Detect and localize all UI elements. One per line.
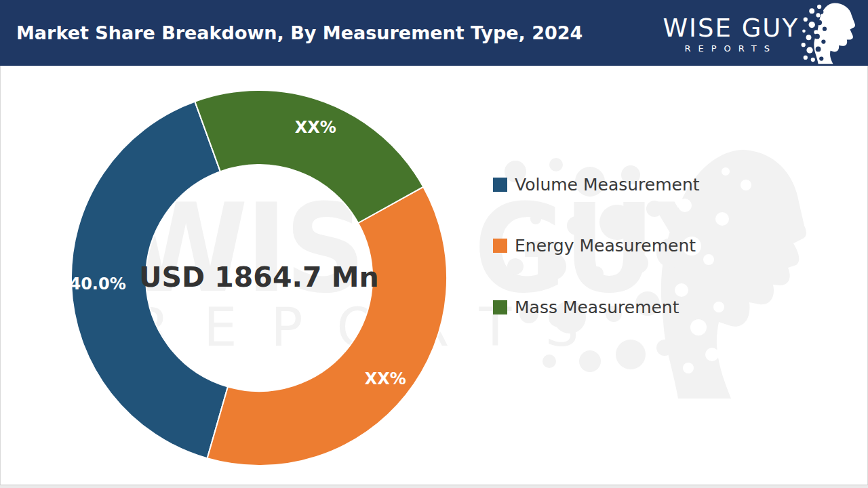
donut-center-value: USD 1864.7 Mn bbox=[123, 264, 395, 291]
slice-label-2: XX% bbox=[295, 118, 336, 137]
donut-slice-1 bbox=[208, 187, 447, 466]
page-border-left bbox=[0, 66, 1, 488]
logo-wordmark: WISE GUY bbox=[663, 14, 799, 43]
logo-subtitle: REPORTS bbox=[663, 43, 799, 54]
legend-label: Volume Measurement bbox=[515, 175, 700, 195]
header-bar: Market Share Breakdown, By Measurement T… bbox=[0, 0, 868, 66]
wise-guy-reports-logo: WISE GUY REPORTS bbox=[663, 3, 859, 64]
legend-swatch-volume bbox=[493, 178, 507, 192]
donut-slice-2 bbox=[195, 90, 423, 223]
logo-text: WISE GUY REPORTS bbox=[663, 14, 799, 54]
legend-label: Energy Measurement bbox=[515, 236, 696, 256]
slice-label-1: XX% bbox=[365, 369, 406, 388]
legend-label: Mass Measurement bbox=[515, 298, 679, 317]
legend-item-energy-measurement: Energy Measurement bbox=[493, 236, 696, 256]
page-bottom-strip bbox=[0, 485, 868, 488]
legend-item-mass-measurement: Mass Measurement bbox=[493, 298, 679, 317]
legend-swatch-mass bbox=[493, 300, 507, 314]
page-title: Market Share Breakdown, By Measurement T… bbox=[16, 0, 583, 66]
legend-item-volume-measurement: Volume Measurement bbox=[493, 175, 700, 195]
slice-label-0: 40.0% bbox=[69, 274, 125, 293]
head-profile-dots-icon bbox=[800, 1, 859, 66]
legend-swatch-energy bbox=[493, 239, 507, 253]
